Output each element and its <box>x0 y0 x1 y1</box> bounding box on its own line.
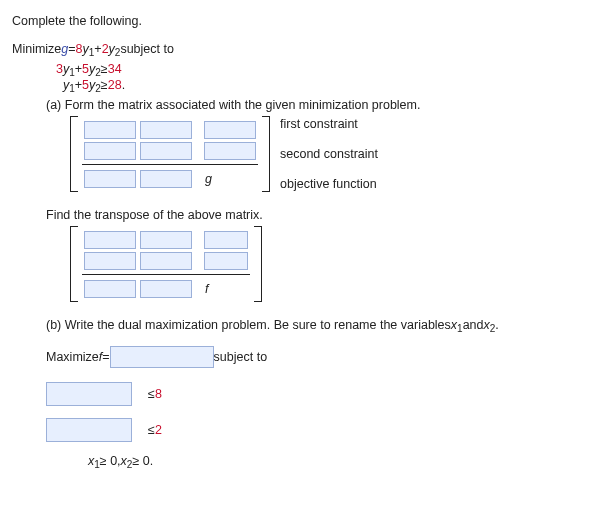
matrix-a: g <box>70 116 270 192</box>
c1-ge: ≥ <box>101 62 108 76</box>
matrix-a-row-2 <box>82 140 258 161</box>
subject-to: subject to <box>214 350 268 364</box>
c1-s2: 2 <box>95 67 101 78</box>
c2-s2: 2 <box>95 83 101 94</box>
rhs1: 8 <box>155 387 162 401</box>
matA-r1-c2[interactable] <box>140 121 192 139</box>
matA-g: g <box>205 172 241 186</box>
transpose-label: Find the transpose of the above matrix. <box>46 208 590 222</box>
matrix-t: f <box>70 226 590 302</box>
min-suffix: subject to <box>120 42 174 56</box>
bracket-left-icon <box>70 116 78 192</box>
matT-r2-c1[interactable] <box>84 252 136 270</box>
max-prefix: Maximize <box>46 350 99 364</box>
c2-ge: ≥ <box>101 78 108 92</box>
matT-r1-c1[interactable] <box>84 231 136 249</box>
matT-r1-c2[interactable] <box>140 231 192 249</box>
partb-dot: . <box>495 318 498 332</box>
eq2: = <box>102 350 109 364</box>
and: and <box>463 318 484 332</box>
y2-sub: 2 <box>115 47 121 58</box>
matrix-t-divider <box>82 274 250 275</box>
bracket-left-icon <box>70 226 78 302</box>
c1-plus: + <box>75 62 82 76</box>
matA-r1-c1[interactable] <box>84 121 136 139</box>
c2-dot: . <box>122 78 125 92</box>
matT-r2-c2[interactable] <box>140 252 192 270</box>
coef1: 8 <box>76 42 83 56</box>
dual-constraint-1: ≤ 8 <box>46 382 590 406</box>
dual-c2-input[interactable] <box>46 418 132 442</box>
nn-s1: 1 <box>94 459 100 470</box>
matA-r3-c2[interactable] <box>140 170 192 188</box>
min-prefix: Minimize <box>12 42 61 56</box>
nonneg: x 1 ≥ 0, x 2 ≥ 0. <box>88 454 590 468</box>
part-b-label: (b) Write the dual maximization problem.… <box>46 318 590 332</box>
label-second-constraint: second constraint <box>280 147 378 161</box>
le2: ≤ <box>148 423 155 437</box>
eq: = <box>68 42 75 56</box>
matA-r3-c1[interactable] <box>84 170 136 188</box>
matrix-a-row-1 <box>82 119 258 140</box>
matA-r2-c1[interactable] <box>84 142 136 160</box>
le1: ≤ <box>148 387 155 401</box>
bracket-right-icon <box>254 226 262 302</box>
matrix-t-row-1 <box>82 229 250 250</box>
c2-s1: 1 <box>69 83 75 94</box>
rhs2: 2 <box>155 423 162 437</box>
c1-s1: 1 <box>69 67 75 78</box>
matA-r1-c3[interactable] <box>204 121 256 139</box>
label-first-constraint: first constraint <box>280 117 378 131</box>
constraint-1: 3 y 1 + 5 y 2 ≥ 34 <box>56 62 590 76</box>
matrix-a-row-3: g <box>82 168 258 189</box>
heading: Complete the following. <box>12 14 590 28</box>
bracket-right-icon <box>262 116 270 192</box>
y1-sub: 1 <box>89 47 95 58</box>
c1-rhs: 34 <box>108 62 122 76</box>
dual-constraint-2: ≤ 2 <box>46 418 590 442</box>
c2-b: 5 <box>82 78 89 92</box>
matT-r3-c1[interactable] <box>84 280 136 298</box>
matT-r1-c3[interactable] <box>204 231 248 249</box>
matrix-a-divider <box>82 164 258 165</box>
matT-r2-c3[interactable] <box>204 252 248 270</box>
matT-r3-c2[interactable] <box>140 280 192 298</box>
partb-pre: (b) Write the dual maximization problem.… <box>46 318 451 332</box>
maximize-line: Maximize f = subject to <box>46 346 590 368</box>
plus1: + <box>94 42 101 56</box>
minimize-line: Minimize g = 8 y 1 + 2 y 2 subject to <box>12 42 590 56</box>
c2-plus: + <box>75 78 82 92</box>
nn-ge2: ≥ 0. <box>132 454 153 468</box>
matA-r2-c2[interactable] <box>140 142 192 160</box>
nn-s2: 2 <box>127 459 133 470</box>
matrix-t-row-2 <box>82 250 250 271</box>
x1s: 1 <box>457 323 463 334</box>
nn-ge1: ≥ 0, <box>100 454 121 468</box>
coef2: 2 <box>102 42 109 56</box>
c2-rhs: 28 <box>108 78 122 92</box>
c1-a: 3 <box>56 62 63 76</box>
matrix-t-row-3: f <box>82 278 250 299</box>
label-objective: objective function <box>280 177 378 191</box>
part-a-label: (a) Form the matrix associated with the … <box>46 98 590 112</box>
matA-r2-c3[interactable] <box>204 142 256 160</box>
constraint-2: 3 y 1 + 5 y 2 ≥ 28 . <box>56 78 590 92</box>
var-g: g <box>61 42 68 56</box>
x2s: 2 <box>490 323 496 334</box>
dual-c1-input[interactable] <box>46 382 132 406</box>
maximize-expression-input[interactable] <box>110 346 214 368</box>
matT-f: f <box>205 282 241 296</box>
c1-b: 5 <box>82 62 89 76</box>
